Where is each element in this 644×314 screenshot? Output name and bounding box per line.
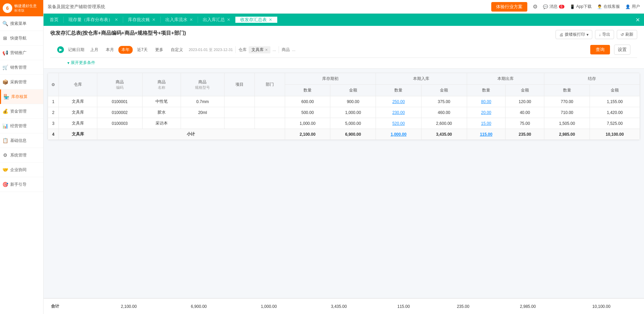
setting-button[interactable]: 设置 [614, 45, 630, 55]
date-btn-this-year[interactable]: 本年 [118, 46, 133, 54]
date-btn-custom[interactable]: 自定义 [168, 46, 186, 54]
filter-toggle-btn[interactable]: ▶ [57, 46, 64, 53]
sidebar-item-purchase[interactable]: 📦 采购管理 [0, 75, 43, 89]
tab-label-inventory: 现存量（库存分布表） [68, 17, 113, 23]
export-btn[interactable]: ↓ 导出 [595, 30, 614, 39]
sidebar-item-basic[interactable]: 📋 基础信息 [0, 133, 43, 148]
cell-index: 3 [48, 118, 59, 129]
message-icon: 💬 [543, 4, 548, 9]
sidebar-item-system[interactable]: ⚙ 系统管理 [0, 148, 43, 163]
tab-bar-close-icon[interactable]: ✕ [631, 17, 644, 23]
message-btn[interactable]: 💬 消息 6 [543, 4, 564, 10]
logo-icon: 6 [3, 3, 12, 13]
cell-index: 1 [48, 96, 59, 107]
tab-close-receive_summary[interactable]: ✕ [269, 17, 272, 22]
product-more[interactable]: ... [292, 47, 295, 52]
app-download-btn[interactable]: 📱 App下载 [570, 4, 592, 10]
date-btn-7days[interactable]: 近7天 [134, 46, 151, 54]
sidebar-item-search[interactable]: 🔍 搜索菜单 [0, 16, 43, 31]
cell-name: 胶水 [143, 107, 181, 118]
date-btn-more[interactable]: 更多 [152, 46, 166, 54]
sidebar-item-inventory[interactable]: 🏪 库存核算 [0, 89, 43, 104]
filter-divider-1 [235, 46, 236, 53]
cell-close-qty: 710.00 [544, 107, 590, 118]
th-out-qty: 数量 [467, 85, 506, 96]
footer-open-amt: 6,900.00 [164, 301, 234, 311]
page-title: 收发存汇总表(按仓库+商品编码+商品+规格型号+项目+部门) [50, 30, 186, 36]
tab-home[interactable]: 首页 [45, 17, 64, 23]
subtotal-out-qty[interactable]: 115.00 [467, 129, 506, 140]
tab-batch[interactable]: 库存批次账✕ [123, 17, 161, 23]
subtotal-out-amt: 235.00 [506, 129, 544, 140]
cell-in-qty[interactable]: 250.00 [376, 96, 422, 107]
tab-label-home: 首页 [50, 17, 59, 23]
newbie-icon: 🎯 [2, 181, 8, 187]
tab-close-inout_flow[interactable]: ✕ [189, 17, 193, 22]
cell-open-amt: 900.00 [330, 96, 376, 107]
tab-bar: 首页现存量（库存分布表）✕库存批次账✕出入库流水✕出入库汇总✕收发存汇总表✕ ✕ [44, 14, 644, 26]
system-name: 装备及固定资产辅助管理系统 [48, 4, 487, 10]
cell-open-amt: 5,000.00 [330, 118, 376, 129]
cell-name: 中性笔 [143, 96, 181, 107]
cell-in-qty[interactable]: 230.00 [376, 107, 422, 118]
tab-inventory[interactable]: 现存量（库存分布表）✕ [64, 17, 123, 23]
sidebar-item-collab[interactable]: 🤝 企业协同 [0, 163, 43, 177]
date-btn-this-month[interactable]: 本月 [103, 46, 117, 54]
cell-in-amt: 460.00 [421, 107, 467, 118]
tab-inout_flow[interactable]: 出入库流水✕ [161, 17, 198, 23]
sidebar-label-finance: 资金管理 [10, 109, 27, 114]
print-btn[interactable]: 🖨 拨镂板打印 ▾ [556, 30, 592, 39]
cell-in-qty[interactable]: 520.00 [376, 118, 422, 129]
sidebar-item-finance[interactable]: 💰 资金管理 [0, 104, 43, 119]
cell-out-qty[interactable]: 20.00 [467, 107, 506, 118]
marketing-icon: 📢 [2, 50, 8, 56]
sidebar-item-newbie[interactable]: 🎯 新手引导 [0, 177, 43, 192]
footer-out-amt: 235.00 [433, 301, 493, 311]
filter-section: 记账日期 上月 本月 本年 近7天 更多 自定义 2023-01-01 至 20… [68, 46, 586, 54]
th-spec: 商品规格型号 [181, 73, 224, 96]
cell-out-qty[interactable]: 15.00 [467, 118, 506, 129]
subtotal-in-qty[interactable]: 1,000.00 [376, 129, 422, 140]
cell-close-amt: 7,525.00 [590, 118, 640, 129]
tab-label-inout_summary: 出入库汇总 [203, 17, 225, 23]
th-settings[interactable]: ⚙ [48, 73, 59, 96]
tab-close-batch[interactable]: ✕ [152, 17, 155, 22]
print-chevron-icon: ▾ [587, 32, 589, 37]
sidebar-item-quick-nav[interactable]: ⊞ 快捷导航 [0, 31, 43, 46]
th-open-qty: 数量 [285, 85, 330, 96]
cell-close-qty: 770.00 [544, 96, 590, 107]
main-content: 装备及固定资产辅助管理系统 体验行业方案 ⚙ 💬 消息 6 📱 App下载 👨‍… [44, 0, 644, 314]
footer-in-amt: 3,435.00 [304, 301, 374, 311]
user-btn[interactable]: 👤 用户 [625, 4, 640, 10]
table-container: ⚙ 仓库 商品编码 商品名称 商品规格型号 项目 部门 库存期初 本期入库 本期… [44, 69, 644, 298]
cell-warehouse: 文具库 [59, 118, 97, 129]
query-button[interactable]: 查询 [590, 45, 610, 54]
settings-icon[interactable]: ⚙ [533, 3, 538, 10]
subtotal-row: 4 文具库 小计 2,100.00 6,900.00 1,000.00 3,43… [48, 129, 640, 140]
tab-close-inout_summary[interactable]: ✕ [227, 17, 230, 22]
sidebar-item-sales[interactable]: 🛒 销售管理 [0, 60, 43, 75]
cell-out-qty[interactable]: 80.00 [467, 96, 506, 107]
sidebar-item-operation[interactable]: 📊 经营管理 [0, 119, 43, 133]
online-support-btn[interactable]: 👨‍💼 在线客服 [597, 4, 620, 10]
subtotal-open-qty: 2,100.00 [285, 129, 330, 140]
sidebar-item-marketing[interactable]: 📢 营销推广 [0, 46, 43, 60]
date-btn-last-month[interactable]: 上月 [87, 46, 101, 54]
sales-icon: 🛒 [2, 64, 8, 70]
tab-receive_summary[interactable]: 收发存汇总表✕ [235, 17, 277, 23]
logo-text: 畅捷通好生意 标准版 [14, 3, 37, 13]
th-close-amt: 金额 [590, 85, 640, 96]
cell-index: 2 [48, 107, 59, 118]
subtotal-warehouse: 文具库 [59, 129, 97, 140]
refresh-btn[interactable]: ↺ 刷新 [617, 30, 637, 39]
experience-button[interactable]: 体验行业方案 [491, 2, 527, 12]
cell-out-amt: 75.00 [506, 118, 544, 129]
sidebar-label-marketing: 营销推广 [10, 50, 27, 56]
cell-warehouse: 文具库 [59, 107, 97, 118]
tab-inout_summary[interactable]: 出入库汇总✕ [198, 17, 235, 23]
warehouse-more[interactable]: ... [273, 47, 276, 52]
expand-conditions-btn[interactable]: ▾ 展开更多条件 [67, 60, 637, 66]
warehouse-tag-close[interactable]: ✕ [265, 48, 268, 52]
cell-out-amt: 120.00 [506, 96, 544, 107]
tab-close-inventory[interactable]: ✕ [115, 17, 118, 22]
